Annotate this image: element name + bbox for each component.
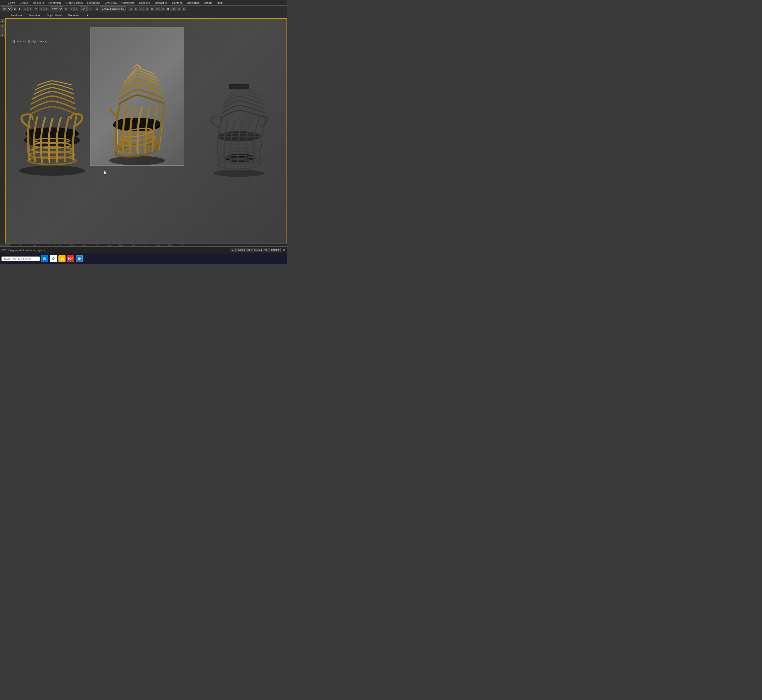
menu-item-substance[interactable]: Substance bbox=[184, 1, 202, 5]
camera-icon[interactable]: ▨ bbox=[161, 6, 165, 11]
sub-tab-selection[interactable]: Selection bbox=[26, 13, 43, 17]
taskbar: ⊞ 📁 PDF 3D bbox=[0, 253, 287, 264]
coord-z-label: Z: bbox=[268, 248, 270, 252]
sub-tab-dropdown[interactable]: ▼ bbox=[83, 13, 91, 17]
sub-tab-object-paint[interactable]: Object Paint bbox=[44, 13, 64, 17]
create-selection-btn[interactable]: Create Selection Se bbox=[100, 6, 126, 11]
windows-taskbar-icon[interactable]: ⊞ bbox=[41, 255, 48, 262]
sub-tab-populate[interactable]: Populate bbox=[66, 13, 82, 17]
render-frame-icon[interactable]: ▧ bbox=[155, 6, 160, 11]
left-panel: ▣ ⊞ ⊡ ▦ bbox=[0, 18, 5, 244]
coord-y-value: 5666,987m bbox=[254, 248, 267, 252]
coord-x-value: 13700,269 bbox=[238, 248, 250, 252]
environment-icon[interactable]: ▩ bbox=[171, 6, 176, 11]
menu-item-arnold[interactable]: Arnold bbox=[202, 1, 214, 5]
menu-item-file[interactable] bbox=[1, 2, 5, 3]
settings-icon[interactable]: ⚙ bbox=[283, 248, 286, 252]
svg-point-9 bbox=[109, 156, 165, 165]
coord-x-icon: ■ bbox=[232, 249, 233, 252]
snap-toggle-icon[interactable]: ⊕ bbox=[64, 6, 68, 11]
angle-display: 30° bbox=[80, 6, 87, 11]
chair-center-container bbox=[89, 26, 186, 171]
separator-1 bbox=[93, 6, 94, 11]
chair-center-svg bbox=[89, 26, 186, 171]
mode-dropdown[interactable]: All bbox=[1, 6, 12, 11]
coord-y-label: Y: bbox=[251, 248, 253, 252]
search-input[interactable] bbox=[2, 256, 40, 261]
chrome-taskbar-icon[interactable] bbox=[50, 255, 57, 262]
menu-bar: Views Create Modifiers Animation Graph E… bbox=[0, 0, 287, 6]
menu-item-interactive[interactable]: Interactive bbox=[153, 1, 170, 5]
menu-item-customize[interactable]: Customize bbox=[119, 1, 137, 5]
array-icon[interactable]: ⊞ bbox=[134, 6, 139, 11]
status-bar: cted Drag to select and move objects ■ X… bbox=[0, 246, 287, 253]
mirror-icon[interactable]: ⊟ bbox=[128, 6, 133, 11]
selection-info: cted bbox=[2, 248, 6, 252]
menu-item-content[interactable]: Content bbox=[170, 1, 184, 5]
chair-right-container bbox=[195, 44, 282, 178]
menu-item-animation[interactable]: Animation bbox=[47, 1, 63, 5]
sub-tab-empty[interactable] bbox=[1, 14, 6, 16]
redo-icon[interactable]: ⊞ bbox=[39, 6, 44, 11]
svg-point-11 bbox=[114, 118, 160, 128]
menu-item-modifiers[interactable]: Modifiers bbox=[30, 1, 46, 5]
region-select-icon[interactable]: ⊡ bbox=[23, 6, 28, 11]
snap-icon[interactable]: ⊕ bbox=[44, 6, 49, 11]
menu-item-help[interactable]: Help bbox=[215, 1, 225, 5]
view-dropdown[interactable]: View bbox=[50, 6, 63, 11]
align-icon[interactable]: ⊠ bbox=[139, 6, 144, 11]
percent-snap-icon[interactable]: ⊙ bbox=[75, 6, 79, 11]
menu-item-create[interactable]: Create bbox=[17, 1, 30, 5]
coord-z-value: 0,0mm bbox=[271, 248, 279, 252]
select-tool-icon[interactable]: ▣ bbox=[12, 6, 17, 11]
hierarchy-icon[interactable]: ⊞ bbox=[95, 6, 99, 11]
spinner-icon[interactable]: ◎ bbox=[87, 6, 92, 11]
folder-taskbar-icon[interactable]: 📁 bbox=[58, 255, 66, 262]
render-setup-icon[interactable]: ▦ bbox=[150, 6, 155, 11]
separator-2 bbox=[127, 6, 127, 11]
svg-rect-38 bbox=[229, 84, 249, 89]
angle-snap-icon[interactable]: ✛ bbox=[69, 6, 73, 11]
sub-toolbar: Freeform Selection Object Paint Populate… bbox=[0, 12, 287, 18]
chair-right-svg bbox=[195, 44, 282, 178]
chair-left-container bbox=[5, 34, 99, 181]
coord-x-label: X: bbox=[234, 248, 237, 252]
svg-point-0 bbox=[19, 166, 85, 176]
menu-item-scripting[interactable]: Scripting bbox=[137, 1, 152, 5]
chair-left-svg bbox=[5, 34, 99, 181]
menu-item-rendering[interactable]: Rendering bbox=[85, 1, 102, 5]
select-filter-icon[interactable]: ◧ bbox=[18, 6, 22, 11]
main-toolbar: All ▣ ◧ ⊡ ✛ ↺ ⊞ ⊕ View ⊕ ✛ ⊙ 30° ◎ ⊞ Cre… bbox=[0, 6, 287, 12]
menu-item-views[interactable]: Views bbox=[6, 1, 17, 5]
light-icon[interactable]: ⬟ bbox=[166, 6, 170, 11]
svg-point-47 bbox=[53, 258, 54, 259]
effect-icon[interactable]: ⊞ bbox=[176, 6, 181, 11]
left-btn-2[interactable]: ⊞ bbox=[0, 24, 5, 28]
undo-icon[interactable]: ↺ bbox=[34, 6, 38, 11]
menu-item-civil-view[interactable]: Civil View bbox=[103, 1, 119, 5]
status-text: Drag to select and move objects bbox=[8, 249, 45, 252]
menu-item-graph-editors[interactable]: Graph Editors bbox=[64, 1, 85, 5]
left-btn-1[interactable]: ▣ bbox=[0, 19, 5, 23]
pdf-taskbar-icon[interactable]: PDF bbox=[67, 255, 74, 262]
render-icon[interactable]: ⊟ bbox=[182, 6, 186, 11]
left-btn-4[interactable]: ▦ bbox=[0, 33, 5, 37]
viewport[interactable]: [+] [ Undefined ] [ Edged Faces ] bbox=[5, 18, 287, 243]
svg-point-17 bbox=[213, 170, 264, 177]
layer-icon[interactable]: ⊡ bbox=[145, 6, 149, 11]
3dsmax-taskbar-icon[interactable]: 3D bbox=[76, 255, 83, 262]
sub-tab-freeform[interactable]: Freeform bbox=[8, 13, 25, 17]
move-icon[interactable]: ✛ bbox=[28, 6, 33, 11]
left-btn-3[interactable]: ⊡ bbox=[0, 28, 5, 33]
